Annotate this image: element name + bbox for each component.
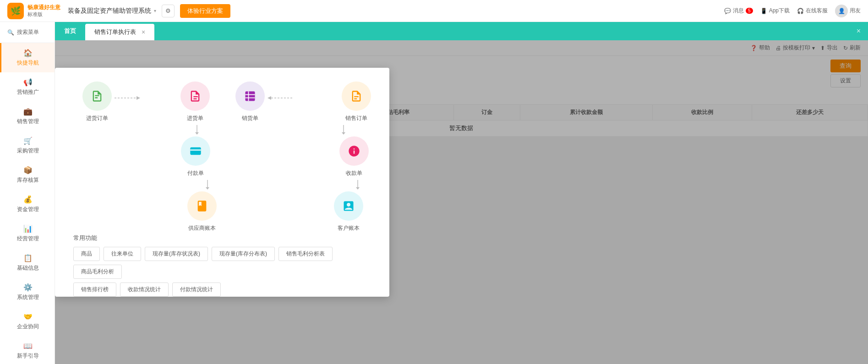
sidebar-item-marketing[interactable]: 📢 营销推广	[0, 72, 55, 102]
arrow-purchase-to-slip	[112, 93, 180, 103]
func-buttons-row2: 销售排行榜 收款情况统计 付款情况统计	[73, 283, 371, 297]
sidebar-item-label: 库存核算	[17, 176, 39, 184]
sidebar-item-sales[interactable]: 💼 销售管理	[0, 102, 55, 131]
svg-marker-1	[136, 96, 140, 100]
purchase-order-label: 进货订单	[86, 114, 108, 122]
receipt-slip-circle	[339, 136, 369, 166]
chevron-down-icon[interactable]: ▾	[154, 8, 156, 13]
func-btn-sales-profit[interactable]: 销售毛利分析表	[278, 247, 333, 261]
modal-box: 进货订单	[55, 68, 389, 297]
finance-icon: 💰	[23, 195, 33, 204]
sidebar-item-purchase[interactable]: 🛒 采购管理	[0, 131, 55, 160]
message-label: 消息	[733, 7, 744, 15]
arrow-down-payment	[194, 179, 221, 191]
arrows-row4	[73, 179, 371, 191]
app-download-action[interactable]: 📱 App下载	[760, 7, 790, 15]
func-btn-goods[interactable]: 商品	[73, 247, 100, 261]
online-service-action[interactable]: 🎧 在线客服	[797, 7, 828, 15]
search-menu-button[interactable]: 🔍 搜索菜单	[4, 27, 51, 38]
tab-home[interactable]: 首页	[55, 22, 85, 40]
arrow-down-receipt	[344, 179, 371, 191]
sales-order-node: 销售订单	[342, 81, 371, 122]
books-row: 供应商账本 客户账本	[73, 191, 371, 232]
logo-area: 🌿 畅康通好生意 标准版	[7, 3, 62, 19]
purchase-slip-node: 进货单	[180, 81, 210, 122]
sales-order-label: 销售订单	[345, 114, 367, 122]
svg-marker-17	[356, 187, 360, 190]
func-btn-payment-stats[interactable]: 付款情况统计	[172, 283, 221, 297]
app-container: 🌿 畅康通好生意 标准版 装备及固定资产辅助管理系统 ▾ ⚙ 体验行业方案 💬 …	[0, 0, 868, 364]
user-name: 用友	[850, 7, 861, 15]
arrow-down-sales	[325, 124, 362, 136]
inventory-icon: 📦	[23, 166, 33, 174]
top-header: 🌿 畅康通好生意 标准版 装备及固定资产辅助管理系统 ▾ ⚙ 体验行业方案 💬 …	[0, 0, 868, 22]
purchase-order-circle	[82, 81, 112, 111]
tab-bar-close-button[interactable]: ×	[849, 22, 868, 40]
sales-icon: 💼	[23, 107, 33, 116]
func-btn-stock-dist[interactable]: 现存量(库存分布表)	[212, 247, 275, 261]
arrow-down-purchase	[179, 124, 215, 136]
purchase-order-node: 进货订单	[82, 81, 112, 122]
common-title: 常用功能	[73, 234, 371, 242]
tab-sales-order-label: 销售订单执行表	[94, 28, 136, 36]
func-btn-stock-status[interactable]: 现存量(库存状况表)	[145, 247, 208, 261]
func-buttons-row1: 商品 往来单位 现存量(库存状况表) 现存量(库存分布表) 销售毛利分析表 商品…	[73, 247, 371, 279]
sidebar-item-basic-info[interactable]: 📋 基础信息	[0, 248, 55, 277]
customer-book-node: 客户账本	[327, 191, 371, 232]
sidebar-item-system[interactable]: ⚙️ 系统管理	[0, 277, 55, 307]
message-action[interactable]: 💬 消息 5	[724, 7, 753, 15]
sales-order-circle	[342, 81, 371, 111]
settings-icon[interactable]: ⚙	[162, 5, 175, 17]
supplier-book-node: 供应商账本	[180, 191, 224, 232]
payment-row: 付款单 收款单	[73, 136, 371, 177]
purchase-flow-row: 进货订单	[73, 81, 210, 122]
tab-home-label: 首页	[64, 27, 76, 35]
sidebar-item-label: 资金管理	[17, 206, 39, 213]
message-badge: 5	[746, 8, 753, 14]
func-btn-goods-profit[interactable]: 商品毛利分析	[73, 265, 122, 279]
payment-slip-circle	[181, 136, 210, 166]
search-label: 搜索菜单	[17, 28, 39, 36]
func-btn-partners[interactable]: 往来单位	[104, 247, 141, 261]
sidebar-item-label: 快捷导航	[17, 59, 39, 67]
sidebar-item-inventory[interactable]: 📦 库存核算	[0, 160, 55, 190]
content-area: 首页 销售订单执行表 × × ❓ 帮助 🖨	[55, 22, 868, 364]
logo-icon: 🌿	[7, 3, 24, 19]
sidebar-item-label: 系统管理	[17, 293, 39, 301]
sidebar-item-guide[interactable]: 📖 新手引导	[0, 336, 55, 364]
receipt-slip-node: 收款单	[337, 136, 371, 177]
modal-content: 进货订单	[55, 68, 389, 297]
sales-slip-label: 销货单	[242, 114, 258, 122]
phone-icon: 📱	[760, 8, 767, 14]
purchase-slip-label: 进货单	[187, 114, 203, 122]
func-btn-receipt-stats[interactable]: 收款情况统计	[120, 283, 169, 297]
customer-book-label: 客户账本	[338, 224, 360, 232]
sidebar-item-label: 采购管理	[17, 147, 39, 155]
main-body: 🔍 搜索菜单 🏠 快捷导航 📢 营销推广 💼 销售管理 🛒 采购管理	[0, 22, 868, 364]
tab-sales-order-exec[interactable]: 销售订单执行表 ×	[85, 24, 154, 40]
arrow-sales-order-to-slip	[265, 93, 342, 103]
sidebar-item-quick-nav[interactable]: 🏠 快捷导航	[0, 43, 55, 72]
sales-slip-circle	[235, 81, 265, 111]
system-title: 装备及固定资产辅助管理系统 ▾	[68, 7, 156, 15]
receipt-slip-label: 收款单	[346, 169, 362, 177]
func-btn-sales-rank[interactable]: 销售排行榜	[73, 283, 116, 297]
payment-slip-node: 付款单	[178, 136, 213, 177]
user-area[interactable]: 👤 用友	[835, 5, 861, 17]
sidebar-search-area: 🔍 搜索菜单	[0, 22, 55, 43]
trial-button[interactable]: 体验行业方案	[180, 4, 230, 18]
purchase-icon: 🛒	[23, 136, 33, 145]
svg-marker-15	[206, 187, 209, 190]
online-service-label: 在线客服	[806, 7, 828, 15]
sidebar-item-enterprise[interactable]: 🤝 企业协同	[0, 307, 55, 336]
modal-overlay: 进货订单	[55, 40, 868, 364]
tab-close-icon[interactable]: ×	[142, 28, 145, 36]
sidebar-item-finance[interactable]: 💰 资金管理	[0, 190, 55, 219]
common-functions: 常用功能 商品 往来单位 现存量(库存状况表) 现存量(库存分布表) 销售毛利分…	[73, 234, 371, 297]
sidebar-item-operations[interactable]: 📊 经营管理	[0, 219, 55, 248]
svg-marker-9	[195, 132, 199, 135]
home-icon: 🏠	[23, 49, 33, 57]
avatar: 👤	[835, 5, 848, 17]
search-icon: 🔍	[7, 29, 14, 36]
supplier-book-label: 供应商账本	[188, 224, 216, 232]
